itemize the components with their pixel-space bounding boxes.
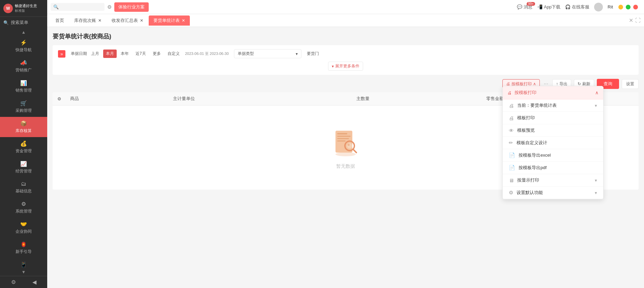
svg-line-8 [353,149,356,153]
current-template-left: 🖨 当前：要货单统计表 [509,102,557,108]
sidebar-item-operations[interactable]: 📈 经营管理 [0,157,47,178]
settings-footer-icon[interactable]: ⚙ [11,279,16,285]
display-print-left: 🖥 按显示打印 [509,177,539,183]
sidebar-item-guide[interactable]: 🏮 新手引导 [0,238,47,258]
service-icon: 🎧 [565,4,570,9]
svg-rect-2 [337,133,347,134]
tab-close-icon[interactable]: ✕ [140,18,143,23]
doc-type-label: 单据类型 [238,51,254,57]
print-dropdown-item-template-design[interactable]: ✏ 模板自定义设计 [503,137,603,149]
sidebar-item-system[interactable]: ⚙ 系统管理 [0,197,47,218]
inventory-icon: 📦 [20,120,27,127]
expand-label: 展开更多条件 [335,63,359,69]
svg-point-7 [347,143,352,149]
expand-more-conditions-btn[interactable]: ▾ 展开更多条件 [328,62,363,71]
export-pdf-label: 按模板导出pdf [519,165,547,171]
sidebar-item-label: 经营管理 [16,168,32,174]
default-func-label: 设置默认功能 [517,190,543,196]
sidebar-search[interactable]: 🔍 搜索菜单 [0,17,47,28]
online-service-action[interactable]: 🎧 在线客服 [565,4,589,10]
col-gear[interactable]: ⚙ [53,92,66,105]
system-icon: ⚙ [21,201,26,207]
purchase-icon: 🛒 [20,100,27,106]
sidebar-item-apps[interactable]: 📱 应用中心 [0,258,47,268]
print-dropdown-item-export-pdf[interactable]: 📄 按模板导出pdf [503,162,603,174]
sidebar-item-marketing[interactable]: 📣 营销推广 [0,56,47,76]
close-btn[interactable]: ✕ [633,5,638,9]
sidebar-footer: ⚙ ◀ [0,276,47,288]
print-icon: 🖨 [506,82,510,86]
tab-inventory-batch[interactable]: 库存批次账 ✕ [69,15,106,26]
sidebar-scroll-up[interactable]: ▲ [0,28,47,36]
svg-point-0 [335,152,356,156]
sidebar-item-inventory[interactable]: 📦 库存核算 [0,117,47,137]
date-btn-7days[interactable]: 近7天 [133,50,149,58]
date-btn-prev-month[interactable]: 上月 [88,50,102,58]
minimize-btn[interactable]: — [618,5,623,9]
date-btn-custom[interactable]: 自定义 [165,50,182,58]
settings-btn[interactable]: 设置 [622,79,639,89]
tab-receivable-summary[interactable]: 收发存汇总表 ✕ [107,15,148,26]
sidebar-item-sales[interactable]: 📊 销售管理 [0,76,47,97]
message-action[interactable]: 💬 消息 99+ [517,4,532,10]
topbar-actions: 💬 消息 99+ 📲 App下载 🎧 在线客服 Rit [517,3,613,11]
svg-rect-3 [337,136,351,137]
message-badge: 99+ [527,2,535,6]
search-label: 搜索菜单 [11,20,28,26]
industry-btn[interactable]: 体验行业方案 [114,2,149,12]
sidebar-item-basics[interactable]: 🗂 基础信息 [0,178,47,197]
print-dropdown-title-area: 🖨 按模板打印 [507,90,536,96]
date-filter-label: 单据日期 [71,51,87,57]
tab-close-window-btn[interactable]: ✕ [629,17,633,24]
tab-order-stats[interactable]: 要货单统计表 ✕ [149,15,190,26]
print-dropdown-item-template-preview[interactable]: 👁 模板预览 [503,124,603,137]
date-btn-more[interactable]: 更多 [150,50,164,58]
search-input[interactable] [60,5,94,9]
sidebar-item-finance[interactable]: 💰 资金管理 [0,137,47,157]
print-chevron-up: ∧ [533,82,536,86]
print-dropdown-item-template-print[interactable]: 🖨 模板打印 [503,112,603,124]
user-avatar[interactable] [594,3,603,11]
tab-close-icon[interactable]: ✕ [182,18,185,23]
sidebar-item-label: 新手引导 [16,249,32,255]
svg-point-9 [348,144,350,146]
date-btn-current-month[interactable]: 本月 [103,50,117,58]
print-dropdown-item-export-excel[interactable]: 📄 按模板导出excel [503,149,603,162]
app-download-label: App下载 [544,4,560,10]
sidebar-item-label: 采购管理 [16,108,32,114]
page-content: 要货单统计表(按商品) » 单据日期 上月 本月 本年 近7天 更多 自定义 2… [47,27,644,288]
tab-label: 要货单统计表 [153,18,180,24]
collapse-icon[interactable]: ◀ [32,279,36,285]
maximize-btn[interactable]: □ [626,5,631,9]
gear-icon[interactable]: ⚙ [57,96,61,101]
empty-text: 暂无数据 [336,163,355,169]
sidebar-item-enterprise[interactable]: 🤝 企业协同 [0,218,47,238]
display-print-icon: 🖥 [509,178,514,183]
topbar-search-box[interactable]: 🔍 [51,3,105,11]
app-download-action[interactable]: 📲 App下载 [537,4,560,10]
sidebar-scroll-down[interactable]: ▼ [0,268,47,276]
tab-expand-btn[interactable]: ⛶ [635,18,641,24]
template-preview-label: 模板预览 [517,127,535,133]
sidebar-item-purchase[interactable]: 🛒 采购管理 [0,97,47,117]
tab-bar: 首页 库存批次账 ✕ 收发存汇总表 ✕ 要货单统计表 ✕ ✕ ⛶ [47,14,644,27]
topbar: 🔍 ⚙ 体验行业方案 💬 消息 99+ 📲 App下载 🎧 在线客服 Rit [47,0,644,14]
print-dropdown-display-print[interactable]: 🖥 按显示打印 ▾ [503,174,603,187]
tab-home[interactable]: 首页 [51,15,69,26]
print-dropdown-current[interactable]: 🖨 当前：要货单统计表 ▾ [503,99,603,112]
print-dropdown-chevron[interactable]: ∧ [595,90,598,95]
marketing-icon: 📣 [20,60,27,66]
tab-close-icon[interactable]: ✕ [98,18,101,23]
print-dropdown-default-func[interactable]: ⚙ 设置默认功能 ▾ [503,187,603,199]
topbar-gear-icon[interactable]: ⚙ [107,4,112,10]
category-filter-area: 要货门 [307,51,319,57]
export-pdf-icon: 📄 [509,165,515,171]
app-name: 畅捷通好生意 [15,3,37,8]
default-func-left: ⚙ 设置默认功能 [509,190,543,196]
date-btn-current-year[interactable]: 本年 [118,50,131,58]
col-amount-label: 零售金额 [486,96,504,101]
export-icon: ↑ [556,82,558,86]
filter-expand-toggle[interactable]: » [58,50,65,58]
doc-type-filter[interactable]: 单据类型 ▾ [234,49,301,58]
sidebar-item-quick-nav[interactable]: ⚡ 快捷导航 [0,36,47,56]
